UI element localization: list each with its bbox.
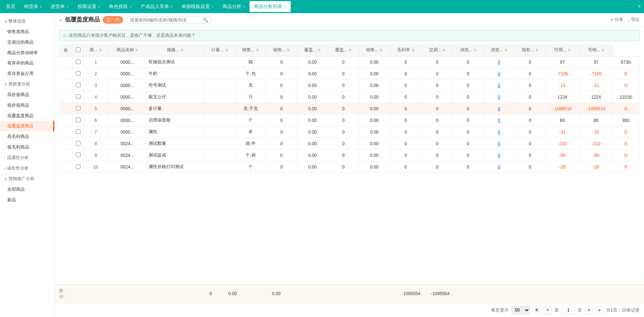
col-sales-day[interactable]: 销售... ⇅ bbox=[359, 44, 390, 56]
row-browse1[interactable]: 0 bbox=[484, 126, 515, 138]
col-name[interactable]: 商品名称 ⇅ bbox=[108, 44, 146, 56]
row-settings[interactable] bbox=[59, 150, 72, 161]
col-sales-amt[interactable]: 销售... ⇅ bbox=[266, 44, 297, 56]
sidebar-item-inventory-capital[interactable]: 库存资金占用 bbox=[0, 68, 54, 79]
row-browse1[interactable]: 0 bbox=[484, 103, 515, 115]
row-checkbox[interactable] bbox=[72, 68, 83, 80]
sidebar-item-sales-goods[interactable]: 销售类商品 bbox=[0, 27, 54, 37]
search-input[interactable] bbox=[130, 17, 203, 23]
row-browse1[interactable]: 0 bbox=[484, 115, 515, 126]
row-settings[interactable] bbox=[59, 115, 72, 126]
sidebar-section-overview[interactable]: ∨ 整体信息 bbox=[0, 16, 54, 27]
search-icon[interactable]: 🔍 bbox=[203, 17, 208, 23]
col-available[interactable]: 可用... ⇅ bbox=[546, 44, 580, 56]
close-all-button[interactable]: × bbox=[638, 3, 641, 10]
row-browse1[interactable]: 0 bbox=[484, 68, 515, 80]
row-checkbox[interactable] bbox=[72, 80, 83, 91]
row-select-checkbox[interactable] bbox=[76, 94, 80, 99]
page-number-input[interactable] bbox=[562, 306, 575, 314]
sidebar-item-all-goods[interactable]: 全部商品 bbox=[0, 184, 54, 195]
sidebar-item-low-margin[interactable]: 低毛利商品 bbox=[0, 142, 54, 152]
col-checkbox[interactable] bbox=[72, 44, 83, 56]
close-icon[interactable]: × bbox=[129, 4, 131, 9]
sidebar-item-low-value[interactable]: 低价值商品 bbox=[0, 100, 54, 111]
sidebar-item-high-value[interactable]: 高价值商品 bbox=[0, 90, 54, 100]
row-checkbox[interactable] bbox=[72, 150, 83, 161]
nav-tab-template[interactable]: 单据模板设置 × bbox=[177, 1, 218, 12]
row-browse1[interactable]: 0 bbox=[484, 150, 515, 161]
row-browse1[interactable]: 0 bbox=[484, 138, 515, 150]
col-coverage1[interactable]: 覆盖... ⇅ bbox=[297, 44, 328, 56]
col-code[interactable]: 商... ⇅ bbox=[83, 44, 108, 56]
close-icon[interactable]: × bbox=[170, 4, 173, 9]
row-settings[interactable] bbox=[59, 68, 72, 80]
next-page-button[interactable]: > bbox=[585, 306, 593, 314]
row-settings[interactable] bbox=[59, 91, 72, 103]
sidebar-item-category-rate[interactable]: 商品分类动销率 bbox=[0, 48, 54, 58]
row-select-checkbox[interactable] bbox=[76, 59, 80, 64]
col-settings[interactable]: ⚙ bbox=[59, 44, 72, 56]
col-gross-rate[interactable]: 毛利率 ⇅ bbox=[390, 44, 422, 56]
row-select-checkbox[interactable] bbox=[76, 118, 80, 122]
row-select-checkbox[interactable] bbox=[76, 129, 80, 134]
col-sales-qty[interactable]: 销售... ⇅ bbox=[235, 44, 266, 56]
page-size-select[interactable]: 50 20 100 bbox=[511, 306, 530, 314]
first-page-button[interactable]: K bbox=[533, 306, 541, 314]
row-select-checkbox[interactable] bbox=[76, 106, 80, 111]
row-checkbox[interactable] bbox=[72, 161, 83, 173]
col-tx-count[interactable]: 交易... ⇅ bbox=[422, 44, 453, 56]
close-icon[interactable]: × bbox=[243, 4, 245, 9]
col-browse2[interactable]: 浏览... ⇅ bbox=[484, 44, 515, 56]
row-select-checkbox[interactable] bbox=[76, 164, 80, 169]
row-select-checkbox[interactable] bbox=[76, 152, 80, 157]
nav-tab-analysis[interactable]: 商品分析 × bbox=[218, 1, 250, 12]
col-spec[interactable]: 规格... ⇅ bbox=[146, 44, 204, 56]
sidebar-item-new-goods[interactable]: 新品 bbox=[0, 195, 54, 205]
sidebar-section-liquidity[interactable]: › 流通性分析 bbox=[0, 152, 54, 163]
sidebar-collapse-button[interactable]: « bbox=[59, 17, 62, 23]
close-icon[interactable]: × bbox=[284, 4, 286, 9]
row-settings[interactable] bbox=[59, 80, 72, 91]
select-all-checkbox[interactable] bbox=[76, 47, 80, 52]
close-icon[interactable]: × bbox=[66, 4, 68, 9]
nav-tab-inbound[interactable]: 产成品入库单 × bbox=[136, 1, 177, 12]
row-checkbox[interactable] bbox=[72, 126, 83, 138]
row-settings[interactable] bbox=[59, 103, 72, 115]
row-settings[interactable] bbox=[59, 138, 72, 150]
row-checkbox[interactable] bbox=[72, 91, 83, 103]
sidebar-section-group-analysis[interactable]: ∨ 类群度分析 bbox=[0, 79, 54, 90]
col-coverage2[interactable]: 覆盖... ⇅ bbox=[328, 44, 359, 56]
row-settings[interactable] bbox=[59, 161, 72, 173]
sidebar-item-low-coverage[interactable]: 低覆盖度商品 bbox=[0, 121, 54, 131]
col-unit[interactable]: 计量... ⇅ bbox=[204, 44, 235, 56]
nav-tab-purchase[interactable]: 进货单 × bbox=[46, 1, 73, 12]
time-filter-button[interactable]: 近一月 bbox=[103, 16, 123, 24]
row-checkbox[interactable] bbox=[72, 115, 83, 126]
col-saleable[interactable]: 可销... ⇅ bbox=[579, 44, 613, 56]
row-settings[interactable] bbox=[59, 56, 72, 68]
nav-tab-role[interactable]: 角色授权 × bbox=[105, 1, 136, 12]
last-page-button[interactable]: » bbox=[596, 306, 603, 314]
nav-tab-home[interactable]: 首页 bbox=[1, 1, 20, 12]
row-settings[interactable] bbox=[59, 126, 72, 138]
row-select-checkbox[interactable] bbox=[76, 141, 80, 146]
row-browse1[interactable]: 0 bbox=[484, 161, 515, 173]
nav-tab-sales[interactable]: 销货单 × bbox=[20, 1, 46, 12]
sidebar-item-high-margin[interactable]: 高毛利商品 bbox=[0, 131, 54, 142]
sidebar-section-growth[interactable]: › 成长性分析 bbox=[0, 163, 54, 174]
sidebar-item-traded-goods[interactable]: 交易过的商品 bbox=[0, 37, 54, 48]
export-button[interactable]: ↓ 导出 bbox=[628, 17, 640, 23]
row-browse1[interactable]: 0 bbox=[484, 91, 515, 103]
sidebar-item-high-coverage[interactable]: 高覆盖度商品 bbox=[0, 111, 54, 121]
close-icon[interactable]: × bbox=[40, 4, 42, 9]
close-icon[interactable]: × bbox=[98, 4, 100, 9]
col-current[interactable]: 现有... ⇅ bbox=[515, 44, 546, 56]
close-icon[interactable]: × bbox=[211, 4, 213, 9]
prev-page-button[interactable]: < bbox=[544, 306, 551, 314]
row-browse1[interactable]: 0 bbox=[484, 80, 515, 91]
sidebar-section-marketing[interactable]: ∨ 营销推广分析 bbox=[0, 174, 54, 184]
row-checkbox[interactable] bbox=[72, 138, 83, 150]
nav-tab-permission[interactable]: 权限设置 × bbox=[73, 1, 105, 12]
row-browse1[interactable]: 0 bbox=[484, 56, 515, 68]
row-checkbox[interactable] bbox=[72, 103, 83, 115]
